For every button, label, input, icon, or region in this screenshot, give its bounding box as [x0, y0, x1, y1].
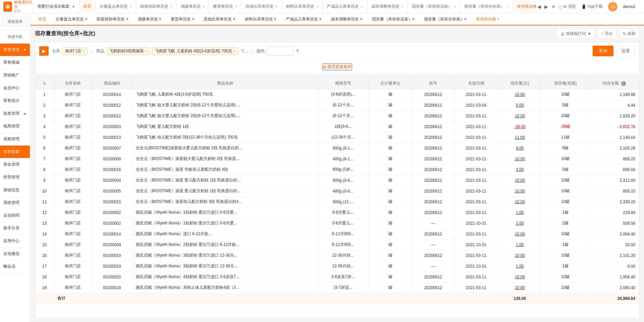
tab-close-icon[interactable]: ×	[316, 5, 318, 8]
sub-nav-chu-ku[interactable]: 其他出库单历史 ×	[199, 13, 240, 25]
table-cell[interactable]: 1.00	[499, 207, 541, 218]
avatar[interactable]: Ea	[608, 2, 618, 11]
tab-close-icon[interactable]: ×	[203, 5, 205, 8]
sidebar-item-ying-xiao[interactable]: 营销推广	[0, 69, 30, 82]
table-cell[interactable]: 10.00	[499, 250, 541, 261]
sidebar-item-ling-shou-tong-ji[interactable]: 零售统计	[0, 95, 30, 107]
table-cell[interactable]: 10.00	[499, 154, 541, 164]
sub-nav-fen-pan[interactable]: 分量盘点单历史 ×	[51, 13, 92, 25]
table-cell[interactable]: 11.00	[499, 132, 541, 143]
tab-close-all-button[interactable]: ✕	[550, 3, 557, 10]
query-button[interactable]: 查询	[593, 46, 613, 56]
export-button[interactable]: ↑ 导出	[598, 29, 616, 39]
table-cell[interactable]: 10.00	[499, 282, 541, 293]
sub-nav-home[interactable]: 首页	[34, 13, 51, 25]
table-cell[interactable]: 9.00	[499, 143, 541, 154]
goods-tag-2[interactable]: 飞鹤星飞帆 儿童奶粉 4段(3-6岁适用) 700克 ×	[152, 47, 238, 55]
tab-close-icon[interactable]: ×	[401, 5, 404, 8]
tab-chu-ku[interactable]: 其他出库单历史 ×	[241, 0, 282, 13]
table-cell[interactable]: 10.00	[499, 186, 541, 197]
tab-close-icon[interactable]: ×	[235, 5, 237, 8]
settings-button[interactable]: 设置	[616, 46, 635, 56]
table-cell[interactable]: 10.00	[499, 229, 541, 239]
sidebar-item-qi-ye-xie-tong[interactable]: 企业协同	[0, 209, 30, 222]
sidebar-item-zi-jin[interactable]: 资金管理	[0, 158, 30, 171]
tab-yao-huo[interactable]: 要货单历史 ×	[209, 0, 241, 13]
sidebar-nav-shortcut[interactable]: 快捷导航	[0, 32, 30, 41]
expand-more-button[interactable]: ⊞ 展开更多条件	[322, 63, 352, 70]
warehouse-tag[interactable]: 南岸门店 ×	[62, 47, 88, 55]
sidebar-item-qi-ye-wei-xin[interactable]: 企业微信	[0, 248, 30, 260]
sub-nav-chan-cheng[interactable]: 产成品入库单历史 ×	[281, 13, 326, 25]
sidebar-item-dian-shang[interactable]: 电商管理	[0, 120, 30, 133]
app-download-button[interactable]: 📱 App下载	[581, 4, 603, 9]
goods-tag-1[interactable]: 飞鹤奶粉3段两罐装 ×	[106, 47, 150, 55]
sidebar-item-ku-cun[interactable]: 库存核算	[0, 146, 30, 158]
table-cell[interactable]: 3.00	[499, 164, 541, 175]
filter-expand-button[interactable]: ▶	[39, 46, 49, 56]
table-cell[interactable]: -39.00	[499, 121, 541, 132]
table-cell[interactable]: 10.00	[499, 111, 541, 121]
tab-chan-cheng[interactable]: 产成品入库单历史 ×	[323, 0, 367, 13]
tab-close-icon[interactable]: ×	[506, 5, 508, 8]
tab-cheng-ben[interactable]: 成本调整单历史 ×	[367, 0, 408, 13]
account-dropdown[interactable]: 母婴行业演示账套 ▼	[34, 0, 79, 13]
table-cell[interactable]: 2.00	[499, 218, 541, 229]
sub-nav-yao-huo[interactable]: 要货单历史 ×	[166, 13, 199, 25]
tab-fen-pan[interactable]: 分量盘点单历史 ×	[96, 0, 136, 13]
tab-ku-cun-2[interactable]: 现存量（库存分布表） ×	[460, 0, 513, 13]
goods-tag-2-remove-icon[interactable]: ×	[233, 49, 235, 53]
print-button[interactable]: 🖨 按模板打印 ▼	[557, 29, 595, 39]
sub-nav-tiao-bo[interactable]: 调拨单历史 ×	[133, 13, 166, 25]
tab-close-icon[interactable]: ×	[170, 5, 172, 8]
tab-close-icon[interactable]: ×	[130, 5, 132, 8]
table-cell[interactable]: 10.00	[499, 197, 541, 207]
sub-nav-cheng-ben[interactable]: 成本调整单历史 ×	[326, 13, 367, 25]
tab-tiao-bo[interactable]: 调拨单历史 ×	[177, 0, 209, 13]
tab-ku-cun-1[interactable]: 现存量（库存状况表） ×	[408, 0, 461, 13]
sub-nav-zu-chai[interactable]: 组装拆卸单历史 ×	[92, 13, 133, 25]
table-cell[interactable]: 1.00	[499, 239, 541, 250]
sidebar-item-xin-shou[interactable]: 新手引导	[0, 222, 30, 235]
sidebar-item-ying-yong[interactable]: 应用中心	[0, 235, 30, 248]
table-cell[interactable]: 0.00	[499, 100, 541, 111]
search-button[interactable]: 搜索英单	[2, 17, 28, 26]
warehouse-more-icon[interactable]: ···	[90, 49, 93, 53]
tab-home[interactable]: 首页	[79, 0, 96, 13]
table-cell[interactable]: 10.00	[499, 89, 541, 100]
sidebar-item-hui-yuan[interactable]: 会员中心	[0, 82, 30, 95]
tab-maximize-button[interactable]: □	[557, 3, 563, 10]
sidebar-item-xi-tong[interactable]: 系统管理	[0, 197, 30, 209]
sidebar-item-chang-hui-yuan[interactable]: 畅会员	[0, 260, 30, 273]
sub-nav-cai-liao[interactable]: 材料出库单历史 ×	[240, 13, 281, 25]
sub-nav-pi-ci[interactable]: 库存批次账 ×	[471, 13, 504, 25]
goods-more-icon[interactable]: 飞...	[240, 48, 248, 54]
goods-tag-1-remove-icon[interactable]: ×	[145, 49, 147, 53]
column-settings-icon[interactable]: ⚙	[43, 81, 46, 86]
tab-close-icon[interactable]: ×	[361, 5, 363, 8]
sidebar-item-pi-fa[interactable]: 批发管理 ▶	[0, 107, 30, 120]
tab-close-icon[interactable]: ×	[454, 5, 456, 8]
goods-ellipsis-icon[interactable]: ···	[250, 49, 253, 53]
tab-cai-liao[interactable]: 材料出库单历史 ×	[282, 0, 323, 13]
table-cell[interactable]: 10.00	[499, 272, 541, 282]
messages-button[interactable]: ✉ 消息	[563, 4, 576, 9]
sidebar-item-ling-shou[interactable]: 零售管理 ▼	[0, 44, 30, 56]
tab-prev-button[interactable]: ◀	[536, 3, 542, 10]
tab-pi-ci[interactable]: 库存批次账 ×	[513, 0, 536, 13]
tab-close-icon[interactable]: ×	[276, 5, 278, 8]
color-input[interactable]	[267, 46, 293, 56]
sidebar-item-cai-gou[interactable]: 采购管理	[0, 133, 30, 146]
amount-info-icon[interactable]: i	[621, 81, 626, 86]
warehouse-remove-icon[interactable]: ×	[83, 49, 85, 53]
tab-zu-chai[interactable]: 组装拆卸单历史 ×	[136, 0, 177, 13]
col-settings[interactable]: ⚙	[35, 78, 54, 89]
sub-nav-ku-cun-2[interactable]: 现存量（库存分布表）×	[419, 13, 471, 25]
table-cell[interactable]: 10.00	[499, 175, 541, 186]
sidebar-item-jing-ying[interactable]: 经营管理	[0, 171, 30, 184]
sub-nav-ku-cun-1[interactable]: 现存量（库存状况表）×	[367, 13, 419, 25]
refresh-button[interactable]: ↻ 刷新	[619, 29, 639, 39]
sidebar-item-ling-shou-shang-cheng[interactable]: 零售商城	[0, 56, 30, 69]
table-cell[interactable]: 1.00	[499, 261, 541, 272]
tab-next-button[interactable]: ▶	[543, 3, 549, 10]
